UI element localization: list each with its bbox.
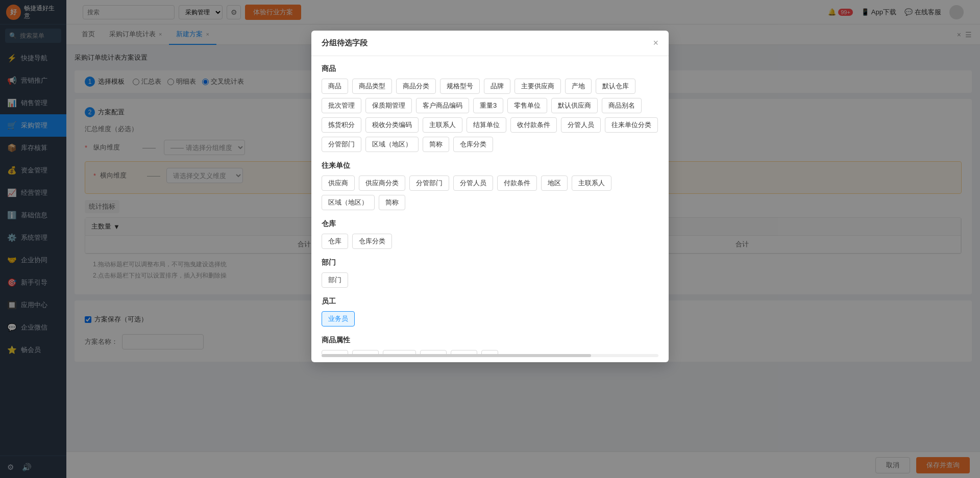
modal-section-department: 部门 部门 — [322, 258, 658, 288]
field-tag[interactable]: 重量3 — [473, 98, 503, 113]
field-tag[interactable]: 仓库分类 — [453, 137, 493, 152]
modal-section-product: 商品 商品 商品类型 商品分类 规格型号 品牌 主要供应商 产地 默认仓库 批次… — [322, 64, 658, 152]
modal-employee-fields: 业务员 — [322, 311, 658, 326]
field-tag[interactable]: 商品类型 — [352, 79, 392, 94]
modal-section-product-attr: 商品属性 属性 颜色 多规格 尺码 鞋码 1 — [322, 336, 658, 354]
field-tag[interactable]: 拣货积分 — [322, 117, 361, 133]
field-tag[interactable]: 商品别名 — [602, 98, 642, 113]
modal-warehouse-fields: 仓库 仓库分类 — [322, 234, 658, 249]
field-tag[interactable]: 主联系人 — [572, 175, 611, 191]
field-tag[interactable]: 税收分类编码 — [365, 117, 419, 133]
field-tag[interactable]: 往来单位分类 — [605, 117, 658, 133]
field-tag[interactable]: 主联系人 — [423, 117, 462, 133]
field-tag[interactable]: 属性 — [322, 350, 348, 354]
modal-section-product-attr-title: 商品属性 — [322, 336, 658, 345]
modal-product-fields: 商品 商品类型 商品分类 规格型号 品牌 主要供应商 产地 默认仓库 批次管理 … — [322, 79, 658, 152]
field-tag[interactable]: 1 — [481, 350, 498, 354]
field-tag[interactable]: 部门 — [322, 272, 348, 288]
field-tag-staff[interactable]: 业务员 — [322, 311, 355, 326]
modal-section-employee: 员工 业务员 — [322, 297, 658, 326]
modal-section-partner-title: 往来单位 — [322, 161, 658, 170]
field-tag[interactable]: 仓库分类 — [352, 234, 392, 249]
field-tag[interactable]: 仓库 — [322, 234, 348, 249]
modal-close-button[interactable]: × — [653, 38, 658, 48]
modal-section-warehouse-title: 仓库 — [322, 219, 658, 229]
modal-overlay[interactable]: 分组待选字段 × 商品 商品 商品类型 商品分类 规格型号 品牌 主要供应商 产… — [0, 0, 980, 478]
field-tag[interactable]: 供应商分类 — [359, 175, 405, 191]
field-tag[interactable]: 主要供应商 — [514, 79, 561, 94]
field-tag[interactable]: 分管人员 — [453, 175, 493, 191]
field-tag[interactable]: 区域（地区） — [322, 195, 375, 210]
modal-product-attr-fields: 属性 颜色 多规格 尺码 鞋码 1 — [322, 350, 658, 354]
field-tag[interactable]: 地区 — [541, 175, 568, 191]
field-tag[interactable]: 零售单位 — [507, 98, 547, 113]
field-tag[interactable]: 简称 — [423, 137, 449, 152]
field-tag[interactable]: 分管人员 — [561, 117, 601, 133]
field-tag[interactable]: 商品分类 — [396, 79, 436, 94]
modal-section-warehouse: 仓库 仓库 仓库分类 — [322, 219, 658, 249]
field-tag[interactable]: 规格型号 — [440, 79, 480, 94]
field-tag[interactable]: 多规格 — [383, 350, 416, 354]
modal-section-partner: 往来单位 供应商 供应商分类 分管部门 分管人员 付款条件 地区 主联系人 区域… — [322, 161, 658, 210]
modal-section-department-title: 部门 — [322, 258, 658, 267]
field-tag[interactable]: 品牌 — [484, 79, 510, 94]
field-tag[interactable]: 收付款条件 — [510, 117, 557, 133]
field-tag[interactable]: 保质期管理 — [365, 98, 412, 113]
modal-partner-fields: 供应商 供应商分类 分管部门 分管人员 付款条件 地区 主联系人 区域（地区） … — [322, 175, 658, 210]
modal-horizontal-scrollbar[interactable] — [322, 354, 658, 357]
modal-header: 分组待选字段 × — [311, 31, 669, 56]
field-tag[interactable]: 默认仓库 — [596, 79, 635, 94]
modal-body[interactable]: 商品 商品 商品类型 商品分类 规格型号 品牌 主要供应商 产地 默认仓库 批次… — [311, 56, 669, 354]
field-tag[interactable]: 客户商品编码 — [416, 98, 469, 113]
modal-section-employee-title: 员工 — [322, 297, 658, 306]
modal-department-fields: 部门 — [322, 272, 658, 288]
modal-title: 分组待选字段 — [322, 38, 368, 48]
field-tag[interactable]: 付款条件 — [497, 175, 537, 191]
modal-section-product-title: 商品 — [322, 64, 658, 73]
field-tag[interactable]: 默认供应商 — [551, 98, 598, 113]
field-tag[interactable]: 区域（地区） — [365, 137, 419, 152]
field-tag[interactable]: 产地 — [565, 79, 592, 94]
field-tag[interactable]: 分管部门 — [322, 137, 361, 152]
field-tag[interactable]: 供应商 — [322, 175, 355, 191]
field-tag[interactable]: 分管部门 — [409, 175, 449, 191]
field-tag[interactable]: 尺码 — [420, 350, 447, 354]
field-tag[interactable]: 简称 — [379, 195, 405, 210]
field-tag[interactable]: 鞋码 — [451, 350, 477, 354]
modal-scrollbar-thumb — [322, 354, 591, 357]
modal-dialog: 分组待选字段 × 商品 商品 商品类型 商品分类 规格型号 品牌 主要供应商 产… — [311, 31, 669, 362]
field-tag[interactable]: 颜色 — [352, 350, 379, 354]
field-tag[interactable]: 结算单位 — [467, 117, 506, 133]
field-tag[interactable]: 批次管理 — [322, 98, 361, 113]
field-tag[interactable]: 商品 — [322, 79, 348, 94]
